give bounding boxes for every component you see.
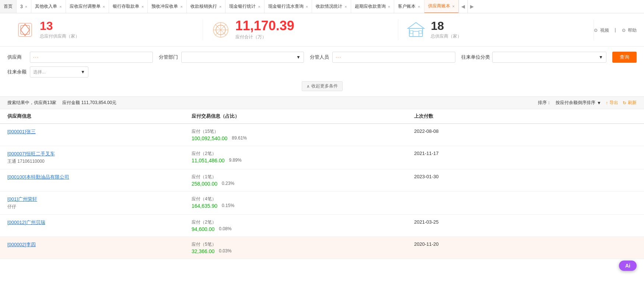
export-icon: ↑	[606, 100, 608, 106]
svg-rect-13	[419, 31, 422, 34]
nav-tab-other-income[interactable]: 其他收入单 ×	[31, 0, 66, 13]
svg-rect-9	[409, 28, 423, 37]
nav-tab-customer-account[interactable]: 客户账本 ×	[394, 0, 424, 13]
table-row: [000100]本特勤油品有限公司 应付（1笔） 258,000.00 0.23…	[0, 169, 644, 192]
close-icon[interactable]: ×	[219, 4, 221, 9]
tx-amount-3[interactable]: 164,635.90	[192, 203, 217, 209]
export-button[interactable]: ↑ 导出	[606, 100, 618, 106]
tx-percent-0: 89.61%	[232, 135, 247, 141]
person-filter-input[interactable]: ···	[332, 52, 455, 63]
supplier-sub-3: 仔仔	[7, 204, 192, 210]
refresh-button[interactable]: ↻ 刷新	[623, 100, 637, 106]
tx-percent-2: 0.23%	[222, 181, 234, 186]
summary-item-suppliers: 13 总应付供应商（家）	[7, 20, 203, 40]
nav-tab-cash-bank-stat[interactable]: 现金银行统计 ×	[225, 0, 264, 13]
tx-label-1: 应付（2笔）	[192, 151, 414, 157]
balance-filter-select[interactable]: 选择... ▼	[30, 66, 88, 77]
nav-tab-overdue[interactable]: 超期应收款查询 ×	[351, 0, 394, 13]
nav-tab-verify-exec[interactable]: 收款核销执行 ×	[187, 0, 225, 13]
nav-tab-other-income-label: 其他收入单	[35, 3, 57, 10]
collapse-button[interactable]: ∧ 收起更多条件	[302, 81, 343, 91]
summary-bar: 13 总应付供应商（家） 11,170.39 应付合计（万）	[0, 13, 644, 46]
tx-amount-2[interactable]: 258,000.00	[192, 181, 217, 187]
category-filter-select[interactable]: ▼	[492, 52, 607, 63]
supplier-link-4[interactable]: [000012]广州贝瑞	[7, 219, 192, 226]
nav-tab-customer-account-label: 客户账本	[398, 3, 416, 10]
supplier-info-2: [000100]本特勤油品有限公司	[7, 174, 192, 180]
close-icon[interactable]: ×	[103, 4, 105, 9]
tx-amount-5[interactable]: 32,366.00	[192, 248, 214, 254]
svg-rect-12	[410, 31, 413, 34]
last-pay-1: 2021-11-17	[414, 151, 637, 156]
summary-item-total-suppliers: 18 总供应商（家）	[398, 20, 594, 40]
table-body: [000001]张三 应付（15笔） 100,092,540.00 89.61%…	[0, 124, 644, 293]
supplier-count-label: 总应付供应商（家）	[40, 33, 80, 39]
nav-tab-supplier-account[interactable]: 供应商账本 ×	[424, 0, 459, 13]
tx-label-5: 应付（5笔）	[192, 241, 414, 248]
nav-tab-ar-adjust-label: 应收应付调整单	[70, 3, 101, 10]
supplier-link-1[interactable]: [000007]恒旺二手叉车	[7, 151, 192, 157]
nav-tab-3-label: 3	[20, 4, 23, 9]
supplier-table: 供应商信息 应付交易信息（占比） 上次付数 [000001]张三 应付（15笔）…	[0, 109, 644, 293]
close-icon[interactable]: ×	[258, 4, 260, 9]
supplier-info-3: [001]广州荣轩 仔仔	[7, 196, 192, 210]
person-filter-label: 分管人员	[310, 54, 330, 61]
supplier-link-5[interactable]: [000002]李四	[7, 241, 192, 248]
nav-tab-verify-exec-label: 收款核销执行	[190, 3, 217, 10]
close-icon[interactable]: ×	[59, 4, 62, 9]
supplier-sub-1: 王通 17106110000	[7, 158, 192, 165]
tx-amount-4[interactable]: 94,600.00	[192, 226, 214, 232]
close-icon[interactable]: ×	[388, 4, 390, 9]
nav-tab-3-close[interactable]: ×	[25, 4, 27, 9]
sort-select[interactable]: 按应付余额倒序排序 ▼	[556, 100, 601, 106]
close-icon[interactable]: ×	[141, 4, 144, 9]
nav-tab-collect-stat-label: 收款情况统计	[316, 3, 342, 10]
result-supplier-count: 搜索结果中，供应商13家	[7, 100, 56, 106]
last-pay-2: 2023-01-30	[414, 174, 637, 179]
close-icon[interactable]: ×	[418, 4, 420, 9]
help-link[interactable]: ⊙ 帮助	[622, 27, 637, 34]
nav-tab-ar-adjust[interactable]: 应收应付调整单 ×	[66, 0, 109, 13]
query-button[interactable]: 查询	[612, 52, 637, 63]
col-header-supplier: 供应商信息	[7, 113, 192, 120]
result-summary: 搜索结果中，供应商13家 应付金额 111,703,854.00元	[7, 100, 116, 106]
nav-tab-bank-deposit-label: 银行存取款单	[113, 3, 139, 10]
help-circle-icon: ⊙	[622, 28, 626, 33]
nav-tab-bank-deposit[interactable]: 银行存取款单 ×	[109, 0, 148, 13]
tx-row-1: 11,051,486.00 9.89%	[192, 157, 414, 163]
supplier-link-0[interactable]: [000001]张三	[7, 128, 192, 135]
nav-tab-collect-stat[interactable]: 收款情况统计 ×	[312, 0, 351, 13]
supplier-filter-input[interactable]: ···	[30, 52, 153, 63]
category-filter-label: 往来单位分类	[461, 54, 490, 61]
nav-arrow-right[interactable]: ▶	[468, 0, 476, 13]
chevron-down-icon: ▼	[296, 55, 301, 60]
video-link[interactable]: ⊙ 视频	[594, 27, 609, 34]
nav-arrow-left[interactable]: ◀	[459, 0, 468, 13]
tx-info-1: 应付（2笔） 11,051,486.00 9.89%	[192, 151, 414, 163]
close-icon[interactable]: ×	[180, 4, 182, 9]
tx-info-5: 应付（5笔） 32,366.00 0.03%	[192, 241, 414, 254]
table-row: [000012]广州贝瑞 应付（2笔） 94,600.00 0.08% 2021…	[0, 215, 644, 237]
close-icon[interactable]: ×	[306, 4, 308, 9]
table-header: 供应商信息 应付交易信息（占比） 上次付数	[0, 109, 644, 124]
tx-label-3: 应付（4笔）	[192, 196, 414, 202]
nav-tab-3[interactable]: 3 ×	[17, 0, 31, 13]
ai-button[interactable]: Ai	[619, 261, 637, 271]
supplier-link-2[interactable]: [000100]本特勤油品有限公司	[7, 174, 192, 180]
dept-filter-select[interactable]: ▼	[181, 52, 304, 63]
result-actions: 排序： 按应付余额倒序排序 ▼ ↑ 导出 ↻ 刷新	[538, 100, 637, 106]
tx-label-4: 应付（2笔）	[192, 219, 414, 225]
close-icon[interactable]: ×	[452, 4, 455, 8]
close-icon[interactable]: ×	[344, 4, 347, 9]
nav-tab-supplier-account-label: 供应商账本	[428, 3, 450, 9]
supplier-link-3[interactable]: [001]广州荣轩	[7, 196, 192, 203]
nav-tab-cash-bank-flow[interactable]: 现金银行流水查询 ×	[265, 0, 312, 13]
nav-tab-home[interactable]: 首页	[0, 0, 17, 13]
nav-tab-overdue-label: 超期应收款查询	[355, 3, 386, 10]
nav-tab-advance[interactable]: 预收冲应收单 ×	[148, 0, 186, 13]
tx-amount-1[interactable]: 11,051,486.00	[192, 158, 225, 163]
tx-info-4: 应付（2笔） 94,600.00 0.08%	[192, 219, 414, 232]
table-row: [001]广州荣轩 仔仔 应付（4笔） 164,635.90 0.15%	[0, 192, 644, 215]
dots-icon: ···	[336, 55, 342, 60]
tx-amount-0[interactable]: 100,092,540.00	[192, 135, 227, 141]
